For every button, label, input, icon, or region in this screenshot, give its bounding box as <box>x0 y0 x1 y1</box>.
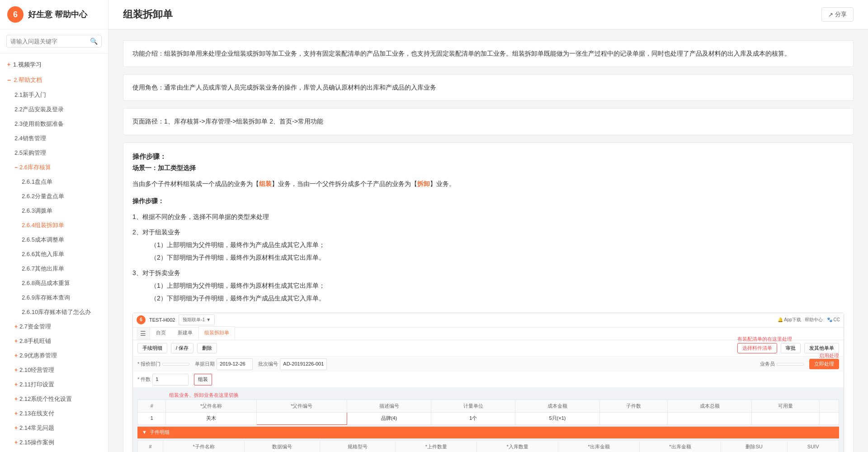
plus-icon-213: + <box>14 410 18 417</box>
plus-icon-211: + <box>14 381 18 388</box>
sidebar-item-docs-26[interactable]: − 2.6库存核算 <box>0 160 108 175</box>
sidebar-item-docs-2610[interactable]: 2.6.10库存账本错了怎么办 <box>0 305 108 319</box>
sidebar-item-docs-22[interactable]: 2.2产品安装及登录 <box>0 102 108 117</box>
mock-tab-assembly[interactable]: 组装拆卸单 <box>198 326 235 340</box>
minus-icon: − <box>7 76 11 84</box>
path-label: 页面路径： <box>132 118 164 125</box>
sidebar-item-docs-212[interactable]: + 2.12系统个性化设置 <box>0 392 108 406</box>
mock-field-salesman: 业务员 <box>760 360 804 369</box>
sidebar: 6 好生意 帮助中心 🔍 + 1.视频学习 − 2.帮助文档 2.1新手入门 2… <box>0 0 108 452</box>
plus-icon: + <box>7 62 10 68</box>
screenshot-container: 6 TEST-H002 预期联单-1 ▼ 🔔 App下载 帮助中心 🐾 CC ☰… <box>132 313 844 452</box>
mock-input-cell[interactable] <box>256 413 347 425</box>
mock-toolbar: 手续明细 / 保存 删除 有装配清单的在这里处理 选择料件清单 审批 发其他单单 <box>133 340 844 357</box>
mock-btn-select-bom[interactable]: 选择料件清单 <box>737 343 777 353</box>
op-steps-box: 操作步骤： 场景一：加工类型选择 当由多个子件材料组装成一个成品的业务为【组装】… <box>123 143 854 452</box>
mock-input-count[interactable]: 1 <box>152 374 189 385</box>
share-button[interactable]: ↗ 分享 <box>821 7 854 22</box>
path-body: 1、库存核算->库存管理->组装拆卸单 2、首页->常用功能 <box>164 118 323 125</box>
table-row: 1 关木 品牌(4) 1个 5只(×1) <box>138 413 839 425</box>
annotation-text-3: 启用处理 <box>819 352 839 361</box>
func-intro-box: 功能介绍：组装拆卸单用来处理企业组装或拆卸等加工业务，支持有固定装配清单的产品加… <box>123 40 854 67</box>
sidebar-item-docs-266[interactable]: 2.6.6其他入库单 <box>0 247 108 262</box>
scene1-desc: 当由多个子件材料组装成一个成品的业务为【组装】业务，当由一个父件拆分成多个子产品… <box>132 177 844 190</box>
step1: 1、根据不同的业务，选择不同单据的类型来处理 <box>132 210 844 223</box>
step3: 3、对于拆卖业务 <box>132 266 844 279</box>
step2-2: （2）下部明细为子件明细，最终作为原材料生成其它出库单。 <box>132 251 844 264</box>
role-label: 使用角色： <box>132 84 164 91</box>
mock-lower-table-area: # *子件名称 数据编号 规格型号 *上件数量 *入库数量 *出库金额 *出库金… <box>133 440 844 452</box>
mock-sidebar-toggle[interactable]: ☰ <box>137 328 150 340</box>
mock-app: 6 TEST-H002 预期联单-1 ▼ 🔔 App下载 帮助中心 🐾 CC ☰… <box>133 313 844 452</box>
sidebar-item-video[interactable]: + 1.视频学习 <box>0 57 108 72</box>
mock-tab-new[interactable]: 新建单 <box>172 326 198 340</box>
mock-upper-table: # *父件名称 *父件编号 描述编号 计量单位 成本金额 子件数 成本总额 可用… <box>137 400 839 425</box>
search-icon[interactable]: 🔍 <box>90 38 98 45</box>
mock-btn-save[interactable]: / 保存 <box>171 343 193 353</box>
sidebar-item-docs-29[interactable]: + 2.9优惠券管理 <box>0 348 108 363</box>
sidebar-item-docs-269[interactable]: 2.6.9库存账本查询 <box>0 290 108 305</box>
mock-field-type: 组装 <box>194 374 212 385</box>
mock-section-header: ▼ 子件明细 <box>137 427 839 438</box>
sidebar-item-docs-label: 2.帮助文档 <box>14 76 42 84</box>
search-input[interactable] <box>10 38 90 45</box>
sidebar-item-docs-211[interactable]: + 2.11打印设置 <box>0 377 108 392</box>
mock-input-salesman[interactable] <box>777 363 804 366</box>
sidebar-item-docs-28[interactable]: + 2.8手机旺铺 <box>0 334 108 348</box>
mock-btn-details[interactable]: 手续明细 <box>137 343 167 353</box>
sidebar-item-docs-23[interactable]: 2.3使用前数据准备 <box>0 117 108 131</box>
main-header: 组装拆卸单 ↗ 分享 <box>108 0 868 29</box>
annotation-text-1: 有装配清单的在这里处理 <box>737 335 792 344</box>
nav-list: + 1.视频学习 − 2.帮助文档 2.1新手入门 2.2产品安装及登录 2.3… <box>0 53 108 452</box>
mock-upper-table-area: # *父件名称 *父件编号 描述编号 计量单位 成本金额 子件数 成本总额 可用… <box>133 397 844 425</box>
func-intro-body: 组装拆卸单用来处理企业组装或拆卸等加工业务，支持有固定装配清单的产品加工业务，也… <box>164 50 791 57</box>
mock-input-batch[interactable]: AD-20191226-001 <box>280 358 327 370</box>
sidebar-item-docs[interactable]: − 2.帮助文档 <box>0 72 108 88</box>
mock-btn-approve[interactable]: 审批 <box>781 343 801 353</box>
mock-field-count: * 件数 1 <box>137 374 189 385</box>
sidebar-item-docs-21[interactable]: 2.1新手入门 <box>0 88 108 102</box>
op-steps-title: 操作步骤： <box>132 150 844 162</box>
path-box: 页面路径：1、库存核算->库存管理->组装拆卸单 2、首页->常用功能 <box>123 108 854 135</box>
sidebar-item-docs-210[interactable]: + 2.10经营管理 <box>0 363 108 377</box>
sidebar-item-docs-261[interactable]: 2.6.1盘点单 <box>0 175 108 189</box>
mock-field-date: 单据日期 2019-12-26 <box>195 358 253 370</box>
sidebar-item-docs-213[interactable]: + 2.13在线支付 <box>0 406 108 421</box>
mock-type-switch[interactable]: 组装 <box>194 374 212 385</box>
sidebar-item-docs-268[interactable]: 2.6.8商品成本重算 <box>0 276 108 290</box>
sidebar-item-docs-263[interactable]: 2.6.3调拨单 <box>0 204 108 218</box>
mock-tab-home[interactable]: 自页 <box>150 326 172 340</box>
plus-icon-214: + <box>14 425 18 431</box>
share-icon: ↗ <box>828 11 833 18</box>
sidebar-item-docs-267[interactable]: 2.6.7其他出库单 <box>0 262 108 276</box>
plus-icon-210: + <box>14 367 18 373</box>
role-body: 通常由生产人员或库管人员完成拆装业务的操作，库管人员确认原材料的出库和产成品的入… <box>164 84 436 91</box>
op-steps2-title: 操作步骤： <box>132 195 844 207</box>
step3-2: （2）下部明细为子件明细，最终作为产成品生成其它入库单。 <box>132 292 844 305</box>
approve-process-area: 启用处理 立即处理 <box>809 359 839 369</box>
logo-area: 6 好生意 帮助中心 <box>0 0 108 29</box>
logo-icon: 6 <box>7 6 24 23</box>
sidebar-item-video-label: 1.视频学习 <box>13 61 42 69</box>
annotation-1-area: 有装配清单的在这里处理 选择料件清单 <box>737 343 777 353</box>
sidebar-item-docs-214[interactable]: + 2.14常见问题 <box>0 421 108 435</box>
sidebar-item-docs-25[interactable]: 2.5采购管理 <box>0 146 108 160</box>
plus-icon-28: + <box>14 338 18 344</box>
mock-input-dept[interactable] <box>162 363 189 366</box>
sidebar-item-docs-262[interactable]: 2.6.2分量盘点单 <box>0 189 108 204</box>
role-box: 使用角色：通常由生产人员或库管人员完成拆装业务的操作，库管人员确认原材料的出库和… <box>123 74 854 101</box>
func-intro-label: 功能介绍： <box>132 50 164 57</box>
mock-lower-table: # *子件名称 数据编号 规格型号 *上件数量 *入库数量 *出库金额 *出库金… <box>137 440 839 452</box>
sidebar-item-docs-264[interactable]: 2.6.4组装拆卸单 <box>0 218 108 233</box>
sidebar-item-docs-215[interactable]: + 2.15操作案例 <box>0 435 108 450</box>
mock-btn-delete[interactable]: 删除 <box>197 343 217 353</box>
mock-field-batch: 批次编号 AD-20191226-001 <box>258 358 327 370</box>
sidebar-item-docs-27[interactable]: + 2.7资金管理 <box>0 319 108 334</box>
sidebar-item-docs-24[interactable]: 2.4销售管理 <box>0 131 108 146</box>
plus-icon-212: + <box>14 396 18 402</box>
role-text: 使用角色：通常由生产人员或库管人员完成拆装业务的操作，库管人员确认原材料的出库和… <box>132 82 844 93</box>
scene1-title: 场景一：加工类型选择 <box>132 162 844 174</box>
mock-input-date[interactable]: 2019-12-26 <box>217 358 253 370</box>
mock-company: TEST-H002 <box>149 316 175 325</box>
sidebar-item-docs-265[interactable]: 2.6.5成本调整单 <box>0 233 108 247</box>
